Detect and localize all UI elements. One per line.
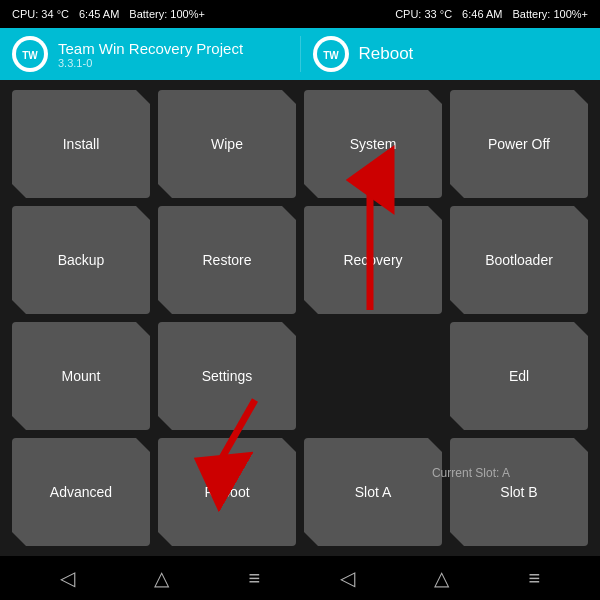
slot-b-button[interactable]: Slot B xyxy=(450,438,588,546)
header-title-group: Team Win Recovery Project 3.3.1-0 xyxy=(58,40,243,69)
reboot-button[interactable]: Reboot xyxy=(158,438,296,546)
status-bar: CPU: 34 °C 6:45 AM Battery: 100%+ CPU: 3… xyxy=(0,0,600,28)
battery-left: Battery: 100%+ xyxy=(129,8,205,20)
reboot-logo: TW xyxy=(313,36,349,72)
status-left: CPU: 34 °C 6:45 AM Battery: 100%+ xyxy=(12,8,205,20)
svg-text:TW: TW xyxy=(323,50,339,61)
twrp-logo: TW xyxy=(12,36,48,72)
edl-button[interactable]: Edl xyxy=(450,322,588,430)
home-button-right[interactable]: △ xyxy=(426,558,457,598)
menu-button-right[interactable]: ≡ xyxy=(521,559,549,598)
home-button-left[interactable]: △ xyxy=(146,558,177,598)
back-button-right[interactable]: ◁ xyxy=(332,558,363,598)
cpu-temp-left: CPU: 34 °C xyxy=(12,8,69,20)
install-button[interactable]: Install xyxy=(12,90,150,198)
system-button[interactable]: System xyxy=(304,90,442,198)
header-right[interactable]: TW Reboot xyxy=(300,36,601,72)
reboot-label: Reboot xyxy=(359,44,414,64)
slot-a-button[interactable]: Slot A xyxy=(304,438,442,546)
settings-button[interactable]: Settings xyxy=(158,322,296,430)
status-right: CPU: 33 °C 6:46 AM Battery: 100%+ xyxy=(395,8,588,20)
time-left: 6:45 AM xyxy=(79,8,119,20)
advanced-button[interactable]: Advanced xyxy=(12,438,150,546)
header: TW Team Win Recovery Project 3.3.1-0 TW … xyxy=(0,28,600,80)
app-title: Team Win Recovery Project xyxy=(58,40,243,57)
time-right: 6:46 AM xyxy=(462,8,502,20)
wipe-button[interactable]: Wipe xyxy=(158,90,296,198)
back-button-left[interactable]: ◁ xyxy=(52,558,83,598)
svg-text:TW: TW xyxy=(22,50,38,61)
menu-button-left[interactable]: ≡ xyxy=(241,559,269,598)
header-left: TW Team Win Recovery Project 3.3.1-0 xyxy=(0,36,300,72)
nav-bar: ◁ △ ≡ ◁ △ ≡ xyxy=(0,556,600,600)
power-off-button[interactable]: Power Off xyxy=(450,90,588,198)
battery-right: Battery: 100%+ xyxy=(512,8,588,20)
bootloader-button[interactable]: Bootloader xyxy=(450,206,588,314)
restore-button[interactable]: Restore xyxy=(158,206,296,314)
mount-button[interactable]: Mount xyxy=(12,322,150,430)
main-grid: Install Wipe System Power Off Backup Res… xyxy=(0,80,600,556)
backup-button[interactable]: Backup xyxy=(12,206,150,314)
app-version: 3.3.1-0 xyxy=(58,57,243,69)
recovery-button[interactable]: Recovery xyxy=(304,206,442,314)
cpu-temp-right: CPU: 33 °C xyxy=(395,8,452,20)
